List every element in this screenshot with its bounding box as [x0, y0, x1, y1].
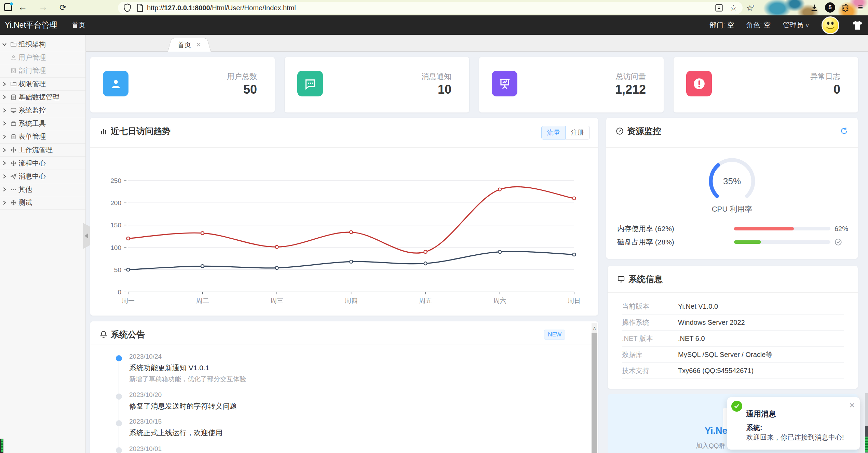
timeline-dot: [116, 447, 122, 453]
stat-card-users: 用户总数 50: [90, 57, 275, 112]
document-icon: [9, 94, 18, 101]
chevron-right-icon: [0, 134, 9, 139]
timeline-date: 2023/10/24: [129, 353, 162, 360]
sidebar-item-users[interactable]: 用户管理: [0, 51, 85, 65]
folder-icon: [9, 41, 18, 48]
stat-value: 0: [833, 82, 840, 97]
success-check-icon: [731, 401, 742, 412]
page-icon[interactable]: [137, 4, 144, 12]
timeline-desc: 新增了草稿箱功能，优化了部分交互体验: [129, 375, 246, 384]
announcement-title: 系统公告: [111, 329, 145, 340]
corner-artifact: [0, 439, 3, 453]
sidebar-item-forms[interactable]: 表单管理: [0, 130, 85, 144]
tab-home[interactable]: 首页 ✕: [175, 38, 203, 52]
nav-home[interactable]: 首页: [72, 21, 85, 30]
scrollbar[interactable]: ∧: [592, 323, 597, 453]
forward-button[interactable]: →: [36, 0, 50, 15]
sidebar-item-systools[interactable]: 系统工具: [0, 117, 85, 131]
timeline-dot: [116, 394, 122, 400]
monitor-icon: [617, 275, 625, 283]
chevron-right-icon: [0, 200, 9, 205]
department-icon: [9, 67, 18, 74]
gauge-caption: CPU 利用率: [606, 204, 858, 214]
sidebar-item-basedata[interactable]: 基础数据管理: [0, 91, 85, 104]
user-dropdown[interactable]: 管理员∨: [783, 21, 809, 30]
timeline-date: 2023/10/15: [129, 418, 162, 425]
bookmark-star-icon[interactable]: ☆: [730, 3, 737, 13]
browser-menu-icon[interactable]: ≡: [854, 0, 867, 15]
svg-text:250: 250: [110, 177, 121, 184]
sidebar-item-org[interactable]: 组织架构: [0, 38, 85, 51]
stat-card-visits: 总访问量 1,212: [479, 57, 664, 112]
back-button[interactable]: ←: [16, 0, 29, 15]
extensions-puzzle-icon[interactable]: [840, 3, 851, 13]
svg-text:周四: 周四: [345, 297, 358, 304]
scrollbar-thumb[interactable]: [592, 333, 597, 453]
timeline-date: 2023/10/20: [129, 391, 162, 399]
sidebar-item-messages[interactable]: 消息中心: [0, 170, 85, 183]
sidebar-item-departments[interactable]: 部门管理: [0, 64, 85, 78]
scrollbar-thumb[interactable]: [865, 426, 868, 437]
resource-monitor-card: 资源监控 35% CPU 利用率 内存使用率 (62%) 62% 磁盘占用率 (…: [606, 118, 858, 259]
sysinfo-row: 操作系统Windows Server 2022: [622, 315, 844, 331]
address-bar[interactable]: http://127.0.0.1:8000/Html/User/Home/Ind…: [118, 2, 743, 14]
downloads-icon[interactable]: [809, 3, 820, 13]
briefcase-icon: [9, 120, 18, 127]
timeline-dot: [116, 420, 122, 426]
scrollbar-marker: [865, 437, 868, 452]
timeline-title: 系统正式上线运行，欢迎使用: [129, 428, 222, 438]
timeline-line: [119, 358, 119, 453]
tab-close-icon[interactable]: ✕: [196, 41, 201, 49]
sidebar-item-sysmonitor[interactable]: 系统监控: [0, 104, 85, 117]
progress-track: [734, 227, 830, 230]
extension-badge[interactable]: 5: [825, 2, 835, 13]
sidebar-item-process[interactable]: 流程中心: [0, 157, 85, 170]
main-content: 用户总数 50 消息通知 10 总访问量 1,212 异常日志 0: [86, 52, 868, 453]
trend-line-chart: 050100150200250周一周二周三周四周五周六周日: [90, 118, 598, 316]
chevron-right-icon: [0, 161, 9, 165]
sidebar-item-permissions[interactable]: 权限管理: [0, 78, 85, 91]
stat-value: 50: [243, 82, 257, 97]
send-icon: [9, 173, 18, 179]
url-text[interactable]: http://127.0.0.1:8000/Html/User/Home/Ind…: [147, 4, 296, 12]
chevron-right-icon: [0, 108, 9, 113]
user-icon: [103, 71, 128, 96]
svg-text:100: 100: [110, 244, 121, 251]
move-icon: [9, 199, 18, 206]
sidebar: 组织架构 用户管理 部门管理 权限管理 基础数据管理 系统监控: [0, 35, 86, 453]
chevron-right-icon: [0, 148, 9, 152]
stat-label: 用户总数: [227, 71, 257, 82]
stat-label: 消息通知: [421, 71, 451, 82]
theme-shirt-icon[interactable]: [852, 20, 863, 30]
timeline-title: 系统功能更新通知 V1.0.1: [129, 363, 209, 373]
timeline-date: 2023/10/01: [129, 445, 162, 453]
add-bookmark-icon[interactable]: ☆+: [745, 3, 756, 13]
svg-text:200: 200: [110, 199, 121, 206]
save-page-icon[interactable]: [715, 3, 723, 12]
reload-button[interactable]: ⟳: [56, 0, 70, 15]
progress-track: [734, 240, 830, 244]
sidebar-item-other[interactable]: 其他: [0, 183, 85, 197]
svg-text:0: 0: [118, 289, 121, 296]
sidebar-item-test[interactable]: 测试: [0, 196, 85, 210]
scrollbar-track: [865, 393, 868, 426]
new-badge: NEW: [544, 330, 565, 340]
page-scrollbar[interactable]: [865, 393, 868, 453]
stat-card-messages: 消息通知 10: [285, 57, 469, 112]
shield-icon[interactable]: [123, 3, 131, 12]
chevron-right-icon: [0, 174, 9, 179]
stat-label: 总访问量: [616, 71, 646, 82]
svg-text:周六: 周六: [493, 297, 506, 304]
dots-icon: [9, 186, 18, 193]
sysinfo-row: 技术支持Txy666 (QQ:545542671): [622, 363, 844, 379]
svg-text:周一: 周一: [122, 297, 135, 304]
avatar[interactable]: [822, 16, 839, 34]
close-icon[interactable]: ✕: [849, 401, 855, 410]
monitor-icon: [9, 107, 18, 114]
system-info-card: 系统信息 当前版本Yi.Net V1.0.0 操作系统Windows Serve…: [608, 266, 858, 389]
move-icon: [9, 147, 18, 153]
scroll-up-icon[interactable]: ∧: [592, 323, 597, 333]
sidebar-item-workflow[interactable]: 工作流管理: [0, 144, 85, 157]
sidebar-collapse-handle[interactable]: [83, 223, 90, 249]
presentation-chart-icon: [492, 71, 517, 96]
